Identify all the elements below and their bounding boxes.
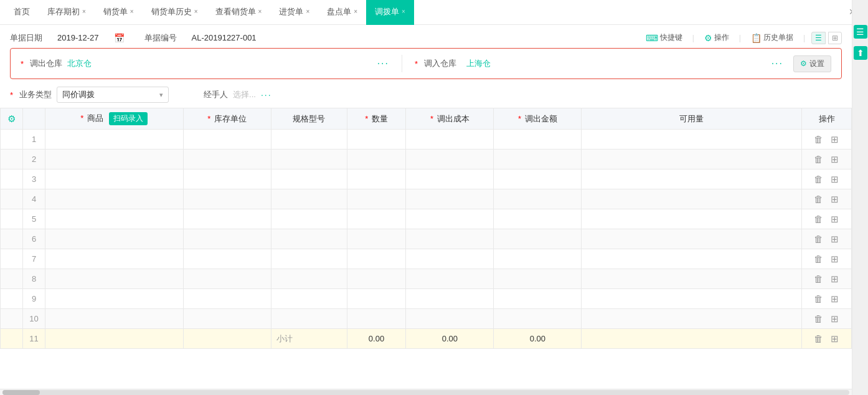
tab-inventory-init[interactable]: 库存期初 × bbox=[39, 0, 95, 25]
tab-inventory-count-close[interactable]: × bbox=[354, 8, 357, 15]
row-cost-cell[interactable] bbox=[406, 189, 494, 209]
out-warehouse-value[interactable]: 北京仓 bbox=[67, 58, 92, 69]
row-amount-cell[interactable] bbox=[494, 289, 582, 309]
row-product-cell[interactable] bbox=[45, 150, 184, 169]
row-product-cell[interactable] bbox=[45, 130, 184, 150]
row-amount-cell[interactable] bbox=[494, 150, 582, 169]
delete-icon[interactable]: 🗑 bbox=[812, 172, 826, 186]
row-qty-cell[interactable] bbox=[347, 130, 406, 150]
table-gear-icon[interactable]: ⚙ bbox=[7, 113, 16, 124]
tab-transfer[interactable]: 调拨单 × bbox=[366, 0, 414, 25]
copy-icon[interactable]: ⊞ bbox=[828, 173, 841, 186]
row-spec-cell[interactable] bbox=[271, 130, 347, 150]
row-amount-cell[interactable] bbox=[494, 309, 582, 329]
row-product-cell[interactable] bbox=[45, 289, 184, 309]
operation-button[interactable]: ⚙ 操作 bbox=[701, 31, 733, 44]
row-amount-cell[interactable] bbox=[494, 189, 582, 209]
copy-icon[interactable]: ⊞ bbox=[828, 193, 841, 206]
tab-purchase-close[interactable]: × bbox=[306, 8, 309, 15]
row-spec-cell[interactable] bbox=[271, 169, 347, 189]
row-qty-cell[interactable] bbox=[347, 269, 406, 289]
grid-view-button[interactable]: ⊞ bbox=[828, 32, 842, 44]
history-button[interactable]: 📋 历史单据 bbox=[747, 31, 797, 44]
tab-view-sales[interactable]: 查看销货单 × bbox=[207, 0, 271, 25]
row-cost-cell[interactable] bbox=[406, 229, 494, 249]
row-qty-cell[interactable] bbox=[347, 289, 406, 309]
delete-icon[interactable]: 🗑 bbox=[812, 152, 826, 166]
tab-transfer-close[interactable]: × bbox=[402, 8, 405, 15]
handler-more-button[interactable]: ··· bbox=[261, 90, 272, 100]
list-view-button[interactable]: ☰ bbox=[811, 32, 826, 44]
tab-purchase[interactable]: 进货单 × bbox=[270, 0, 318, 25]
copy-icon[interactable]: ⊞ bbox=[828, 272, 841, 286]
row-unit-cell[interactable] bbox=[183, 169, 271, 189]
row-product-cell[interactable] bbox=[45, 169, 184, 189]
row-unit-cell[interactable] bbox=[183, 189, 271, 209]
delete-icon[interactable]: 🗑 bbox=[812, 132, 826, 146]
scrollbar-thumb[interactable] bbox=[2, 390, 40, 395]
row-spec-cell[interactable] bbox=[271, 189, 347, 209]
row-unit-cell[interactable] bbox=[183, 249, 271, 269]
row-qty-cell[interactable] bbox=[347, 189, 406, 209]
row-qty-cell[interactable] bbox=[347, 209, 406, 229]
row-cost-cell[interactable] bbox=[406, 249, 494, 269]
row-spec-cell[interactable] bbox=[271, 229, 347, 249]
tab-sales-order[interactable]: 销货单 × bbox=[95, 0, 143, 25]
sidebar-expand-icon[interactable]: ⬆ bbox=[854, 46, 867, 60]
handler-placeholder[interactable]: 选择... bbox=[233, 89, 256, 100]
scan-entry-button[interactable]: 扫码录入 bbox=[109, 112, 148, 125]
row-qty-cell[interactable] bbox=[347, 169, 406, 189]
copy-icon[interactable]: ⊞ bbox=[828, 232, 841, 246]
row-amount-cell[interactable] bbox=[494, 130, 582, 150]
row-qty-cell[interactable] bbox=[347, 249, 406, 269]
row-unit-cell[interactable] bbox=[183, 309, 271, 329]
row-amount-cell[interactable] bbox=[494, 209, 582, 229]
tab-inventory-count[interactable]: 盘点单 × bbox=[318, 0, 366, 25]
shortcut-button[interactable]: ⌨ 快捷键 bbox=[642, 31, 686, 44]
date-picker-icon[interactable]: 📅 bbox=[114, 33, 125, 43]
tab-inventory-init-close[interactable]: × bbox=[82, 8, 86, 15]
row-unit-cell[interactable] bbox=[183, 150, 271, 169]
row-amount-cell[interactable] bbox=[494, 229, 582, 249]
row-unit-cell[interactable] bbox=[183, 269, 271, 289]
row-cost-cell[interactable] bbox=[406, 150, 494, 169]
row-unit-cell[interactable] bbox=[183, 229, 271, 249]
copy-icon[interactable]: ⊞ bbox=[828, 252, 841, 266]
sidebar-list-icon[interactable]: ☰ bbox=[854, 25, 867, 39]
out-warehouse-more-button[interactable]: ··· bbox=[377, 58, 389, 69]
row-cost-cell[interactable] bbox=[406, 309, 494, 329]
tab-home[interactable]: 首页 bbox=[5, 0, 39, 25]
row-cost-cell[interactable] bbox=[406, 269, 494, 289]
row-product-cell[interactable] bbox=[45, 189, 184, 209]
row-qty-cell[interactable] bbox=[347, 229, 406, 249]
row-product-cell[interactable] bbox=[45, 269, 184, 289]
row-spec-cell[interactable] bbox=[271, 309, 347, 329]
delete-icon[interactable]: 🗑 bbox=[812, 192, 826, 206]
row-product-cell[interactable] bbox=[45, 209, 184, 229]
row-cost-cell[interactable] bbox=[406, 169, 494, 189]
tab-sales-history-close[interactable]: × bbox=[194, 8, 198, 15]
tab-view-sales-close[interactable]: × bbox=[258, 8, 262, 15]
tab-sales-history[interactable]: 销货单历史 × bbox=[143, 0, 207, 25]
row-product-cell[interactable] bbox=[45, 229, 184, 249]
biz-type-select[interactable]: 同价调拨 ▾ bbox=[57, 87, 169, 103]
row-product-cell[interactable] bbox=[45, 309, 184, 329]
copy-icon[interactable]: ⊞ bbox=[828, 332, 841, 346]
row-unit-cell[interactable] bbox=[183, 130, 271, 150]
row-cost-cell[interactable] bbox=[406, 130, 494, 150]
row-amount-cell[interactable] bbox=[494, 169, 582, 189]
row-qty-cell[interactable] bbox=[347, 150, 406, 169]
row-spec-cell[interactable] bbox=[271, 209, 347, 229]
row-qty-cell[interactable] bbox=[347, 309, 406, 329]
delete-icon[interactable]: 🗑 bbox=[812, 272, 826, 285]
row-spec-cell[interactable] bbox=[271, 269, 347, 289]
row-spec-cell[interactable] bbox=[271, 289, 347, 309]
col-gear[interactable]: ⚙ bbox=[1, 108, 23, 130]
row-cost-cell[interactable] bbox=[406, 289, 494, 309]
copy-icon[interactable]: ⊞ bbox=[828, 133, 841, 146]
row-product-cell[interactable] bbox=[45, 249, 184, 269]
row-spec-cell[interactable] bbox=[271, 150, 347, 169]
delete-icon[interactable]: 🗑 bbox=[812, 312, 826, 325]
copy-icon[interactable]: ⊞ bbox=[828, 212, 841, 226]
copy-icon[interactable]: ⊞ bbox=[828, 153, 841, 166]
